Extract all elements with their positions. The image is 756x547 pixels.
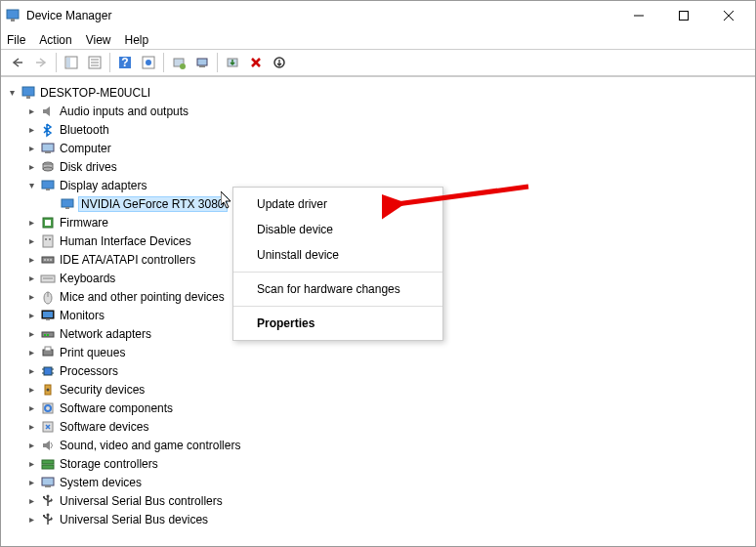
category-label: Keyboards	[60, 272, 115, 285]
printer-icon	[40, 345, 56, 360]
category-label: Security devices	[60, 383, 145, 397]
menu-help[interactable]: Help	[125, 33, 149, 47]
category-item[interactable]: ▸Computer	[5, 139, 751, 157]
svg-line-82	[397, 187, 528, 204]
category-item[interactable]: ▸Print queues	[5, 343, 751, 361]
tree-root[interactable]: ▾DESKTOP-ME0UCLI	[5, 83, 751, 102]
add-legacy-hardware-button[interactable]	[191, 52, 213, 73]
context-menu-item[interactable]: Uninstall device	[233, 242, 442, 268]
expand-icon[interactable]: ▸	[24, 253, 38, 267]
minimize-button[interactable]	[616, 1, 661, 30]
expand-icon[interactable]: ▸	[24, 494, 38, 508]
svg-rect-68	[42, 478, 54, 485]
category-item[interactable]: ▸Sound, video and game controllers	[5, 436, 751, 454]
expand-icon[interactable]: ▸	[24, 327, 38, 341]
network-icon	[40, 326, 56, 342]
usb-icon	[40, 493, 56, 509]
menu-separator	[233, 272, 442, 273]
menu-file[interactable]: File	[7, 33, 25, 47]
svg-rect-80	[43, 515, 45, 517]
category-item[interactable]: ▸Universal Serial Bus controllers	[5, 491, 751, 510]
expand-icon[interactable]: ▸	[24, 309, 38, 322]
update-driver-button[interactable]	[222, 52, 243, 73]
category-item[interactable]: ▸System devices	[5, 473, 751, 491]
svg-rect-37	[43, 235, 53, 247]
category-item[interactable]: ▸Security devices	[5, 380, 751, 399]
svg-rect-32	[46, 189, 50, 190]
category-item[interactable]: ▸Disk drives	[5, 157, 751, 176]
uninstall-device-button[interactable]	[245, 52, 267, 73]
expand-icon[interactable]: ▸	[24, 457, 38, 471]
svg-rect-21	[199, 65, 205, 67]
help-button[interactable]: ?	[114, 52, 136, 73]
expand-icon[interactable]: ▸	[24, 383, 38, 397]
expand-icon[interactable]: ▸	[24, 290, 38, 304]
expand-icon[interactable]: ▸	[24, 216, 38, 230]
category-item[interactable]: ▸Universal Serial Bus devices	[5, 510, 751, 528]
category-label: Universal Serial Bus controllers	[60, 494, 223, 508]
category-label: Mice and other pointing devices	[60, 290, 225, 304]
category-item[interactable]: ▸Software devices	[5, 417, 751, 436]
maximize-button[interactable]	[661, 1, 706, 30]
expand-icon[interactable]: ▸	[24, 476, 38, 489]
forward-button[interactable]	[30, 52, 52, 73]
expand-icon[interactable]: ▸	[24, 513, 38, 526]
menu-view[interactable]: View	[86, 33, 111, 47]
category-item[interactable]: ▸Bluetooth	[5, 120, 751, 139]
category-label: Software devices	[60, 420, 148, 434]
close-button[interactable]	[706, 1, 751, 30]
toolbar-separator	[163, 53, 164, 72]
expand-icon[interactable]: ▸	[24, 234, 38, 248]
collapse-icon[interactable]: ▾	[24, 179, 38, 192]
collapse-icon[interactable]: ▾	[5, 86, 19, 100]
mouse-icon	[40, 289, 56, 305]
scan-hardware-button[interactable]	[168, 52, 189, 73]
svg-rect-34	[65, 207, 69, 209]
computer-icon	[40, 141, 56, 156]
properties-button[interactable]	[84, 52, 105, 73]
action-button[interactable]	[138, 52, 159, 73]
svg-rect-9	[66, 58, 70, 67]
category-label: IDE ATA/ATAPI controllers	[60, 253, 195, 267]
toolbar: ?	[1, 50, 755, 77]
menu-separator	[233, 306, 442, 307]
category-item[interactable]: ▸Storage controllers	[5, 454, 751, 473]
category-item[interactable]: ▸Processors	[5, 361, 751, 380]
expand-icon[interactable]: ▸	[24, 160, 38, 174]
svg-rect-74	[43, 496, 45, 498]
svg-rect-25	[26, 96, 30, 99]
keyboard-icon	[40, 271, 56, 286]
menu-action[interactable]: Action	[39, 33, 71, 47]
expand-icon[interactable]: ▸	[24, 105, 38, 118]
expand-icon[interactable]: ▸	[24, 364, 38, 378]
expand-icon[interactable]: ▸	[24, 346, 38, 359]
category-item[interactable]: ▸Software components	[5, 399, 751, 417]
hid-icon	[40, 233, 56, 249]
expand-icon[interactable]: ▸	[24, 401, 38, 415]
cursor-icon	[221, 191, 234, 211]
security-icon	[40, 382, 56, 398]
expand-icon[interactable]: ▸	[24, 420, 38, 434]
svg-rect-1	[11, 19, 15, 21]
svg-point-52	[44, 334, 46, 336]
speaker-icon	[40, 104, 56, 119]
expand-icon[interactable]: ▸	[24, 123, 38, 137]
expand-icon[interactable]: ▸	[24, 142, 38, 155]
svg-text:?: ?	[121, 56, 128, 69]
expand-icon[interactable]: ▸	[24, 439, 38, 452]
expand-icon[interactable]: ▸	[24, 272, 38, 285]
category-item[interactable]: ▸Audio inputs and outputs	[5, 102, 751, 120]
disk-icon	[40, 159, 56, 175]
svg-rect-31	[42, 181, 54, 189]
tree-root-label: DESKTOP-ME0UCLI	[40, 86, 150, 100]
firmware-icon	[40, 215, 56, 231]
context-menu-item[interactable]: Properties	[233, 311, 442, 336]
disable-device-button[interactable]	[269, 52, 290, 73]
svg-point-30	[43, 167, 53, 171]
category-label: Software components	[60, 401, 173, 415]
context-menu-item[interactable]: Scan for hardware changes	[233, 276, 442, 302]
svg-rect-36	[45, 220, 51, 226]
category-label: Processors	[60, 364, 118, 378]
show-hide-tree-button[interactable]	[61, 52, 82, 73]
back-button[interactable]	[7, 52, 28, 73]
